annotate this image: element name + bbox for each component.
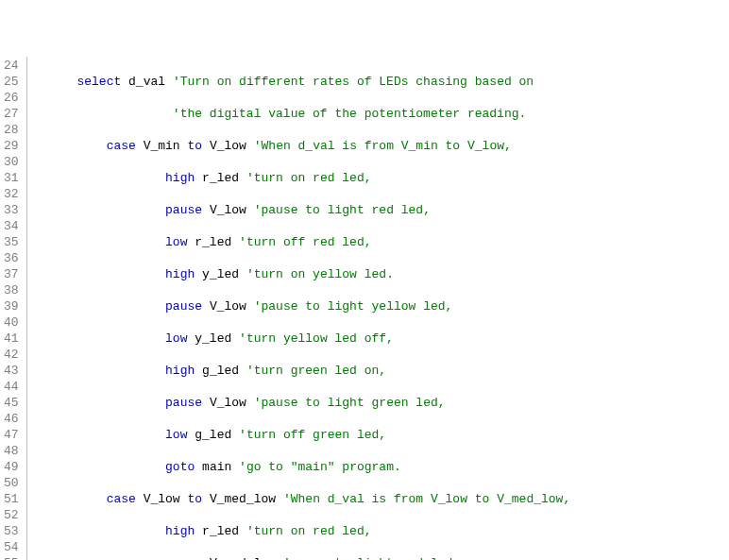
line-number: 41 <box>4 331 19 347</box>
identifier: d_val <box>128 75 165 89</box>
keyword: pause <box>165 396 202 410</box>
code-line: high r_led 'turn on red led, <box>33 523 645 539</box>
code-line: pause V_low 'pause to light green led, <box>33 395 645 411</box>
code-line: high r_led 'turn on red led, <box>33 170 645 186</box>
line-number: 50 <box>4 475 19 491</box>
comment: 'go to "main" program. <box>239 460 401 474</box>
line-number: 38 <box>4 282 19 298</box>
line-number: 31 <box>4 170 19 186</box>
line-number: 42 <box>4 347 19 363</box>
comment: 'pause to light yellow led, <box>254 299 453 314</box>
keyword: high <box>165 171 195 185</box>
code-line: low r_led 'turn off red led, <box>33 234 645 250</box>
line-number: 47 <box>4 427 19 443</box>
line-number: 53 <box>4 523 19 539</box>
keyword: low <box>165 235 187 249</box>
identifier: y_led <box>202 267 239 281</box>
comment: 'When d_val is from V_low to V_med_low, <box>283 492 570 506</box>
identifier: r_led <box>202 524 239 538</box>
comment: 'Turn on different rates of LEDs chasing… <box>173 75 534 89</box>
code-line: pause V_med_low 'pause to light red led, <box>33 555 645 560</box>
code-line: high g_led 'turn green led on, <box>33 363 645 379</box>
keyword: case <box>107 492 136 506</box>
comment: 'When d_val is from V_min to V_low, <box>254 139 512 153</box>
code-line: high y_led 'turn on yellow led. <box>33 266 645 282</box>
line-number-gutter: 2425262728293031323334353637383940414243… <box>0 57 27 560</box>
line-number: 33 <box>4 202 19 218</box>
line-number: 39 <box>4 298 19 314</box>
identifier: V_med_low <box>210 556 276 560</box>
line-number: 25 <box>4 74 19 90</box>
line-number: 48 <box>4 443 19 459</box>
comment: 'turn green led on, <box>246 364 386 378</box>
line-number: 43 <box>4 363 19 379</box>
keyword: select <box>76 75 121 89</box>
identifier: V_low <box>210 299 246 314</box>
identifier: V_low <box>144 492 180 506</box>
line-number: 52 <box>4 507 19 523</box>
keyword: low <box>165 428 187 442</box>
code-line: low y_led 'turn yellow led off, <box>33 331 645 347</box>
code-line: select d_val 'Turn on different rates of… <box>33 74 645 90</box>
keyword: pause <box>165 299 202 314</box>
comment: 'pause to light red led, <box>254 203 431 217</box>
comment: 'turn on red led, <box>246 171 372 185</box>
identifier: y_led <box>195 331 231 346</box>
line-number: 29 <box>4 138 19 154</box>
line-number: 51 <box>4 491 19 507</box>
code-line: case V_min to V_low 'When d_val is from … <box>33 138 645 154</box>
keyword: pause <box>165 556 202 560</box>
comment: 'the digital value of the potentiometer … <box>173 107 526 121</box>
line-number: 37 <box>4 266 19 282</box>
line-number: 49 <box>4 459 19 475</box>
comment: 'turn yellow led off, <box>239 331 394 346</box>
comment: 'turn on yellow led. <box>246 267 394 281</box>
code-line: low g_led 'turn off green led, <box>33 427 645 443</box>
keyword: pause <box>165 203 202 217</box>
identifier: r_led <box>195 235 231 249</box>
identifier: V_med_low <box>210 492 276 506</box>
keyword: to <box>187 492 202 506</box>
keyword: case <box>107 139 136 153</box>
comment: 'turn off green led, <box>239 428 386 442</box>
code-line: case V_low to V_med_low 'When d_val is f… <box>33 491 645 507</box>
line-number: 27 <box>4 106 19 122</box>
identifier: main <box>202 460 231 474</box>
code-line: 'the digital value of the potentiometer … <box>33 106 645 122</box>
line-number: 40 <box>4 314 19 331</box>
identifier: V_low <box>210 203 246 217</box>
keyword: high <box>165 524 195 538</box>
line-number: 35 <box>4 234 19 250</box>
keyword: goto <box>165 460 195 474</box>
identifier: V_low <box>210 139 246 153</box>
keyword: low <box>165 331 187 346</box>
line-number: 24 <box>4 58 19 74</box>
line-number: 36 <box>4 250 19 266</box>
line-number: 28 <box>4 122 19 138</box>
line-number: 45 <box>4 395 19 411</box>
line-number: 46 <box>4 411 19 427</box>
code-line: pause V_low 'pause to light red led, <box>33 202 645 218</box>
line-number: 34 <box>4 218 19 234</box>
identifier: r_led <box>202 171 239 185</box>
comment: 'pause to light red led, <box>283 556 460 560</box>
line-number: 26 <box>4 90 19 106</box>
keyword: high <box>165 364 195 378</box>
code-line: goto main 'go to "main" program. <box>33 459 645 475</box>
line-number: 32 <box>4 186 19 202</box>
line-number: 30 <box>4 154 19 170</box>
code-line: pause V_low 'pause to light yellow led, <box>33 298 645 314</box>
identifier: V_low <box>210 396 246 410</box>
line-number: 55 <box>4 555 19 560</box>
identifier: V_min <box>144 139 180 153</box>
comment: 'turn off red led, <box>239 235 371 249</box>
comment: 'turn on red led, <box>246 524 372 538</box>
line-number: 54 <box>4 539 19 555</box>
identifier: g_led <box>202 364 239 378</box>
code-editor: 2425262728293031323334353637383940414243… <box>0 57 729 560</box>
identifier: g_led <box>195 428 231 442</box>
keyword: high <box>165 267 195 281</box>
code-area: select d_val 'Turn on different rates of… <box>27 57 645 560</box>
keyword: to <box>187 139 202 153</box>
comment: 'pause to light green led, <box>254 396 446 410</box>
